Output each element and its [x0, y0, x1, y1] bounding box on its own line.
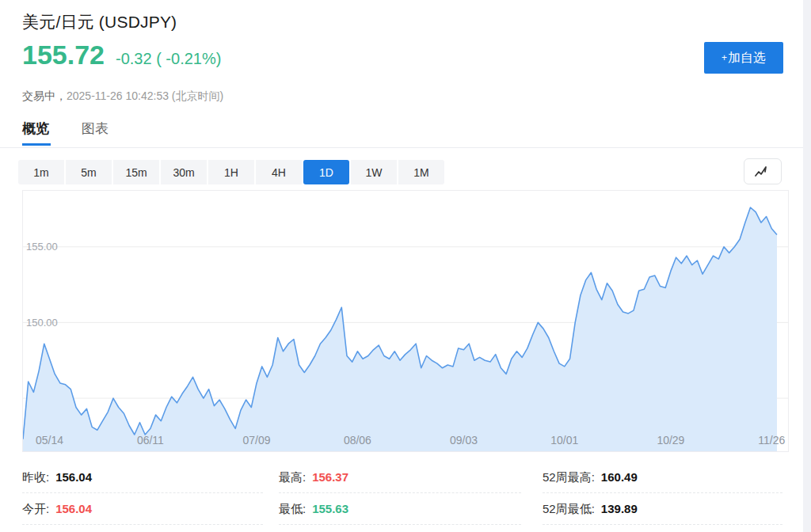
- stat-52w-high: 52周最高:160.49: [543, 462, 782, 493]
- chart-style-button[interactable]: [744, 158, 782, 184]
- stat-prev-close: 昨收:156.04: [22, 462, 263, 493]
- page-title: 美元/日元 (USDJPY): [22, 11, 177, 33]
- price-change: -0.32 ( -0.21%): [116, 50, 221, 68]
- svg-text:06/11: 06/11: [137, 434, 164, 446]
- stat-low: 最低:155.63: [279, 493, 521, 525]
- interval-15m[interactable]: 15m: [113, 160, 159, 184]
- interval-5m[interactable]: 5m: [66, 160, 112, 184]
- svg-text:09/03: 09/03: [450, 434, 478, 446]
- tabs-divider: [0, 147, 803, 148]
- tab-overview[interactable]: 概览: [22, 120, 49, 138]
- interval-1m-month[interactable]: 1M: [398, 160, 444, 184]
- stat-open: 今开:156.04: [22, 493, 263, 525]
- svg-text:150.00: 150.00: [26, 317, 58, 329]
- interval-1d[interactable]: 1D: [303, 160, 349, 184]
- svg-text:10/29: 10/29: [657, 434, 684, 446]
- stat-52w-low-value: 139.89: [601, 502, 638, 515]
- trading-status-label: 交易中，: [22, 89, 67, 102]
- stat-open-value: 156.04: [55, 502, 92, 515]
- svg-text:05/14: 05/14: [36, 434, 63, 446]
- svg-text:11/26: 11/26: [758, 434, 785, 446]
- stat-high: 最高:156.37: [279, 462, 521, 493]
- stat-52w-high-value: 160.49: [601, 470, 638, 484]
- interval-selector: 1m 5m 15m 30m 1H 4H 1D 1W 1M: [18, 160, 444, 184]
- svg-text:10/01: 10/01: [550, 434, 578, 446]
- add-watchlist-button[interactable]: + 加自选: [704, 42, 783, 74]
- active-tab-underline: [22, 143, 51, 146]
- line-chart-icon: [754, 165, 771, 179]
- stat-high-value: 156.37: [312, 470, 348, 484]
- stat-prev-close-value: 156.04: [55, 470, 92, 484]
- price-chart[interactable]: 155.00150.00145.0005/1406/1107/0908/0609…: [22, 190, 789, 452]
- page-scrollbar[interactable]: [803, 0, 811, 532]
- market-status: 交易中，2025-11-26 10:42:53 (北京时间): [22, 89, 223, 104]
- stat-low-value: 155.63: [312, 502, 348, 515]
- interval-4h[interactable]: 4H: [256, 160, 302, 184]
- svg-text:08/06: 08/06: [344, 434, 371, 446]
- tab-chart[interactable]: 图表: [82, 120, 109, 138]
- interval-30m[interactable]: 30m: [161, 160, 207, 184]
- interval-1m[interactable]: 1m: [18, 160, 64, 184]
- quote-timestamp: 2025-11-26 10:42:53 (北京时间): [67, 89, 223, 102]
- current-price: 155.72: [22, 40, 105, 70]
- stat-52w-low: 52周最低:139.89: [543, 493, 782, 525]
- add-watchlist-label: 加自选: [728, 50, 766, 66]
- svg-text:155.00: 155.00: [26, 241, 58, 253]
- plus-icon: +: [722, 52, 727, 63]
- interval-1w[interactable]: 1W: [351, 160, 397, 184]
- interval-1h[interactable]: 1H: [208, 160, 254, 184]
- price-block: 155.72 -0.32 ( -0.21%): [22, 40, 221, 70]
- svg-text:07/09: 07/09: [242, 434, 270, 446]
